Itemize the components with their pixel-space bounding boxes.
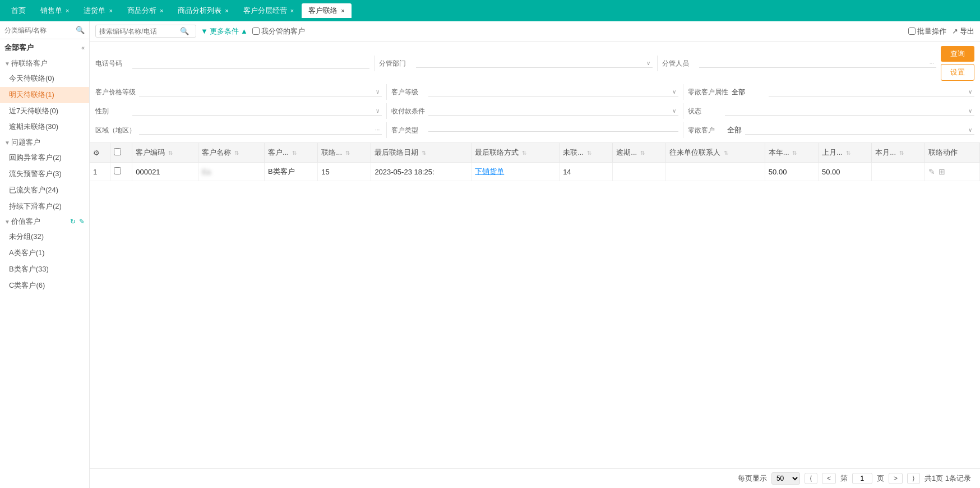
my-customers-checkbox-label[interactable]: 我分管的客户 bbox=[252, 26, 305, 36]
nav-product-list-close[interactable]: × bbox=[225, 7, 228, 14]
nav-product-analysis-close[interactable]: × bbox=[160, 7, 163, 14]
sort-year-icon: ⇅ bbox=[792, 150, 797, 156]
sort-code-icon: ⇅ bbox=[168, 150, 173, 156]
nav-customer-contact[interactable]: 客户联络 × bbox=[302, 3, 351, 18]
sidebar-search-input[interactable] bbox=[4, 26, 76, 34]
col-last-method-header[interactable]: 最后联络方式 ⇅ bbox=[471, 143, 560, 163]
row-contact-count: 15 bbox=[318, 163, 371, 181]
col-last-date-header[interactable]: 最后联络日期 ⇅ bbox=[371, 143, 471, 163]
row-checkbox-cell bbox=[110, 163, 132, 181]
retail-customer-select[interactable]: ∨ bbox=[745, 126, 974, 135]
first-page-button[interactable]: ⟨ bbox=[805, 473, 817, 484]
person-select[interactable]: ··· bbox=[699, 59, 936, 68]
nav-sales-close[interactable]: × bbox=[66, 7, 69, 14]
col-settings[interactable]: ⚙ bbox=[90, 143, 110, 163]
all-customers-label: 全部客户 bbox=[4, 43, 34, 53]
nav-customer-tier[interactable]: 客户分层经营 × bbox=[237, 3, 301, 18]
area-select[interactable]: ··· bbox=[139, 126, 382, 135]
filter-price-level: 客户价格等级 ∨ bbox=[95, 88, 382, 97]
col-type-header[interactable]: 客户... ⇅ bbox=[265, 143, 318, 163]
col-unit-contact-header[interactable]: 往来单位联系人 ⇅ bbox=[666, 143, 765, 163]
dept-label: 分管部门 bbox=[379, 59, 413, 68]
col-last-month-header[interactable]: 上月... ⇅ bbox=[819, 143, 872, 163]
price-level-select[interactable]: ∨ bbox=[139, 88, 382, 96]
col-uncontacted-header[interactable]: 未联... ⇅ bbox=[560, 143, 613, 163]
batch-checkbox[interactable] bbox=[908, 27, 916, 35]
settings-button[interactable]: 设置 bbox=[941, 64, 974, 81]
nav-home[interactable]: 首页 bbox=[4, 3, 33, 18]
dept-select[interactable]: ∨ bbox=[416, 59, 653, 68]
col-code-header[interactable]: 客户编码 ⇅ bbox=[132, 143, 198, 163]
action-grid-icon[interactable]: ⊞ bbox=[939, 167, 945, 176]
phone-input[interactable] bbox=[132, 58, 369, 69]
sidebar-item-7days[interactable]: 近7天待联络(0) bbox=[0, 103, 89, 119]
row-overdue bbox=[613, 163, 666, 181]
sidebar-item-a-class[interactable]: A类客户(1) bbox=[0, 245, 89, 261]
status-arrow: ∨ bbox=[968, 108, 972, 114]
sidebar-item-overdue[interactable]: 逾期未联络(30) bbox=[0, 119, 89, 135]
row-unit-contact bbox=[666, 163, 765, 181]
gender-arrow: ∨ bbox=[376, 108, 380, 114]
nav-sales[interactable]: 销售单 × bbox=[34, 3, 76, 18]
value-group-edit-icon[interactable]: ✎ bbox=[79, 218, 85, 225]
divider-3 bbox=[386, 84, 387, 100]
payment-select[interactable]: ∨ bbox=[428, 107, 678, 116]
export-button[interactable]: ↗ 导出 bbox=[952, 26, 974, 36]
sidebar-item-today[interactable]: 今天待联络(0) bbox=[0, 71, 89, 87]
my-customers-checkbox[interactable] bbox=[252, 27, 260, 35]
prev-page-button[interactable]: < bbox=[822, 473, 836, 484]
customer-level-select[interactable]: ∨ bbox=[428, 88, 678, 96]
select-all-checkbox[interactable] bbox=[114, 148, 121, 155]
nav-product-analysis-list[interactable]: 商品分析列表 × bbox=[171, 3, 235, 18]
status-select[interactable]: ∨ bbox=[725, 107, 974, 116]
nav-customer-contact-close[interactable]: × bbox=[341, 7, 344, 14]
all-customers-header[interactable]: 全部客户 « bbox=[0, 39, 89, 56]
nav-product-analysis[interactable]: 商品分析 × bbox=[121, 3, 170, 18]
retail-attr-select[interactable]: ∨ bbox=[769, 88, 974, 96]
sort-uncontacted-icon: ⇅ bbox=[587, 150, 591, 156]
row-this-month bbox=[872, 163, 925, 181]
sidebar-item-ungrouped[interactable]: 未分组(32) bbox=[0, 229, 89, 245]
batch-ops-button[interactable]: 批量操作 bbox=[908, 26, 946, 36]
nav-customer-tier-close[interactable]: × bbox=[290, 7, 294, 14]
search-icon: 🔍 bbox=[180, 27, 189, 35]
row-checkbox[interactable] bbox=[114, 167, 121, 174]
col-contact-count-header[interactable]: 联络... ⇅ bbox=[318, 143, 371, 163]
phone-label: 电话号码 bbox=[95, 59, 129, 68]
filter-customer-type: 客户类型 bbox=[391, 126, 678, 135]
nav-purchase[interactable]: 进货单 × bbox=[77, 3, 119, 18]
retail-attr-label: 零散客户属性 bbox=[688, 88, 728, 97]
sidebar-item-churn-warning[interactable]: 流失预警客户(3) bbox=[0, 166, 89, 182]
sidebar-item-c-class[interactable]: C类客户(6) bbox=[0, 278, 89, 294]
query-button[interactable]: 查询 bbox=[941, 46, 974, 62]
gender-select[interactable]: ∨ bbox=[132, 107, 382, 116]
value-group-refresh-icon[interactable]: ↻ bbox=[70, 218, 76, 225]
page-number-input[interactable] bbox=[852, 473, 872, 484]
filter-person: 分管人员 ··· bbox=[662, 59, 936, 68]
search-input[interactable] bbox=[99, 27, 178, 35]
sidebar-item-repurchase[interactable]: 回购异常客户(2) bbox=[0, 150, 89, 166]
more-filters-button[interactable]: ▼ 更多条件 ▲ bbox=[201, 26, 248, 36]
divider-6 bbox=[683, 103, 683, 119]
sidebar-item-tomorrow[interactable]: 明天待联络(1) bbox=[0, 87, 89, 103]
col-checkbox[interactable] bbox=[110, 143, 132, 163]
next-page-button[interactable]: > bbox=[889, 473, 903, 484]
sort-last-month-icon: ⇅ bbox=[846, 150, 850, 156]
sidebar-item-b-class[interactable]: B类客户(33) bbox=[0, 261, 89, 278]
col-this-month-header[interactable]: 本月... ⇅ bbox=[872, 143, 925, 163]
filter-row-1: 电话号码 分管部门 ∨ 分管人员 ··· bbox=[95, 46, 974, 81]
per-page-select[interactable]: 50 100 200 bbox=[771, 472, 800, 485]
sidebar-item-churned[interactable]: 已流失客户(24) bbox=[0, 182, 89, 199]
col-this-year-header[interactable]: 本年... ⇅ bbox=[765, 143, 818, 163]
row-code: 000021 bbox=[132, 163, 198, 181]
sidebar-item-declining[interactable]: 持续下滑客户(2) bbox=[0, 199, 89, 215]
last-page-button[interactable]: ⟩ bbox=[907, 473, 920, 484]
customer-type-select[interactable] bbox=[428, 129, 678, 132]
action-edit-icon[interactable]: ✎ bbox=[928, 167, 935, 176]
col-overdue-header[interactable]: 逾期... ⇅ bbox=[613, 143, 666, 163]
filter-phone: 电话号码 bbox=[95, 58, 369, 69]
col-name-header[interactable]: 客户名称 ⇅ bbox=[198, 143, 265, 163]
toolbar: 🔍 ▼ 更多条件 ▲ 我分管的客户 批量操作 ↗ 导出 bbox=[90, 21, 980, 42]
row-last-method-link[interactable]: 下销货单 bbox=[475, 167, 504, 176]
nav-purchase-close[interactable]: × bbox=[109, 7, 112, 14]
